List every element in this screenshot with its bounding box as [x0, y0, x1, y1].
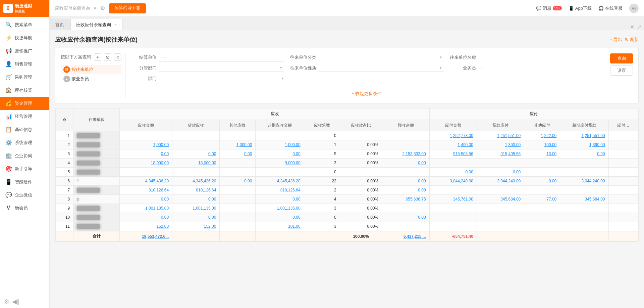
sidebar-item-sales[interactable]: 👤 销售管理: [0, 57, 49, 71]
cell-ap_loan[interactable]: [477, 186, 524, 195]
cell-ar_prepay[interactable]: 0.00: [382, 186, 429, 195]
cell-ap_loan[interactable]: [477, 213, 524, 222]
cell-ar_other[interactable]: [220, 131, 256, 140]
sidebar-item-system[interactable]: ⚙️ 系统管理: [0, 136, 49, 149]
cell-ap_amount[interactable]: 1,252,773.00: [429, 131, 477, 140]
cell-ap_overdue[interactable]: 1,251,551.00: [560, 131, 608, 140]
cell-ar_loan[interactable]: 4,345,436.20: [172, 177, 220, 186]
sidebar-item-marketing[interactable]: 📢 营销推广: [0, 44, 49, 57]
cell-ap_amount[interactable]: 345,761.00: [429, 195, 477, 204]
cell-ar_overdue[interactable]: 9,000.00: [256, 159, 304, 168]
trial-btn[interactable]: 体验行业方案: [109, 3, 146, 13]
cell-ar_other[interactable]: 0.00: [220, 149, 256, 159]
tab-close-icon[interactable]: ×: [114, 23, 117, 27]
settlement-unit-input[interactable]: ···: [159, 53, 284, 61]
cell-ar_other[interactable]: [220, 222, 256, 231]
sidebar-item-enterprise[interactable]: 🏢 企业协同: [0, 149, 49, 162]
cell-ar_loan[interactable]: 0.00: [172, 149, 220, 159]
cell-ap_loan[interactable]: 1,251,551.00: [477, 131, 524, 140]
scheme-by-salesperson[interactable]: ● 按业务员: [61, 74, 121, 84]
cell-ar_loan[interactable]: 18,000.00: [172, 159, 220, 168]
cell-ap_overdue[interactable]: 1,390.00: [560, 140, 608, 149]
cell-ap_overdue[interactable]: 3,044,240.00: [560, 177, 608, 186]
cell-ar_prepay[interactable]: 2,153,333.00: [382, 149, 429, 159]
cell-ap_loan[interactable]: 345,684.00: [477, 195, 524, 204]
dept-select[interactable]: ▾: [159, 64, 284, 72]
tab-home[interactable]: 首页: [50, 19, 70, 30]
collapse-sidebar-icon[interactable]: ◀‖: [12, 298, 20, 305]
cell-ap_loan[interactable]: 3,044,240.00: [477, 177, 524, 186]
cell-ar_overdue[interactable]: 0.00: [256, 213, 304, 222]
cell-ap_other[interactable]: 100.00: [524, 140, 560, 149]
query-btn[interactable]: 查询: [610, 53, 633, 63]
cell-ar_overdue[interactable]: 4,345,436.20: [256, 177, 304, 186]
footer-ar-prepay[interactable]: 6,417,215....: [382, 231, 429, 241]
cell-ap_loan[interactable]: [477, 204, 524, 213]
sidebar-item-operation[interactable]: 📊 经营管理: [0, 110, 49, 123]
cell-ap_amount[interactable]: [429, 159, 477, 168]
set-btn[interactable]: 设置: [610, 65, 633, 76]
cell-ar_amount[interactable]: 810,126.64: [120, 186, 172, 195]
cell-ap_other[interactable]: [524, 222, 560, 231]
app-download-btn[interactable]: 📱 App下载: [569, 5, 592, 11]
cell-ap_other[interactable]: 1,222.00: [524, 131, 560, 140]
salesperson-input[interactable]: ···: [479, 64, 603, 72]
cell-ar_prepay[interactable]: 0.00: [382, 177, 429, 186]
cell-ar_other[interactable]: [220, 159, 256, 168]
user-menu[interactable]: Rit: [629, 4, 639, 13]
table-scroll-area[interactable]: ⚙ 往来单位 应收 应付 应收金额 贷款应收 其他应收 超期应收金额 应收笔数 …: [55, 108, 638, 241]
cell-ar_loan[interactable]: 0.00: [172, 213, 220, 222]
cell-ar_prepay[interactable]: [382, 140, 429, 149]
cell-ar_loan[interactable]: 152.00: [172, 222, 220, 231]
cell-ar_amount[interactable]: 1,000.00: [120, 140, 172, 149]
partner-category-select[interactable]: ▾: [319, 54, 444, 61]
cell-ar_prepay[interactable]: [382, 131, 429, 140]
sidebar-item-purchase[interactable]: 🛒 采购管理: [0, 71, 49, 84]
cell-ap_overdue[interactable]: [560, 186, 608, 195]
cell-ar_amount[interactable]: 4,345,436.20: [120, 177, 172, 186]
cell-ar_prepay[interactable]: [382, 204, 429, 213]
cell-ap_amount[interactable]: [429, 204, 477, 213]
cell-ar_amount[interactable]: 1,001,135.00: [120, 204, 172, 213]
cell-ap_amount[interactable]: [429, 213, 477, 222]
cell-ar_overdue[interactable]: [256, 131, 304, 140]
cell-ar_loan[interactable]: [172, 168, 220, 177]
partner-name-input[interactable]: [479, 56, 603, 59]
table-settings-icon[interactable]: ⚙: [63, 118, 66, 122]
cell-ap_amount[interactable]: 3,044,240.00: [429, 177, 477, 186]
sidebar-item-wechat[interactable]: 💬 企业微信: [0, 188, 49, 202]
partner-nature-select[interactable]: ▾: [319, 64, 444, 72]
cell-ar_other[interactable]: [220, 213, 256, 222]
cell-ar_loan[interactable]: 810,126.64: [172, 186, 220, 195]
settings-bottom-icon[interactable]: ⚙: [4, 298, 9, 305]
cell-ap_loan[interactable]: 915,495.56: [477, 149, 524, 159]
cell-ap_other[interactable]: 0.00: [524, 177, 560, 186]
cell-ar_overdue[interactable]: 0.00: [256, 149, 304, 159]
cell-ar_amount[interactable]: [120, 168, 172, 177]
cell-ap_other[interactable]: [524, 204, 560, 213]
cell-ar_prepay[interactable]: 0.00: [382, 213, 429, 222]
footer-ar-amount[interactable]: 19,553,472,6...: [120, 231, 172, 241]
cell-ap_loan[interactable]: 1,390.00: [477, 140, 524, 149]
cell-ar_amount[interactable]: 18,000.00: [120, 159, 172, 168]
cell-ap_amount[interactable]: [429, 222, 477, 231]
cell-ar_other[interactable]: [220, 168, 256, 177]
cell-ap_overdue[interactable]: 345,684.00: [560, 195, 608, 204]
cell-ar_amount[interactable]: 0.00: [120, 213, 172, 222]
nav-dropdown-arrow[interactable]: ▾: [94, 6, 96, 11]
cell-ap_overdue[interactable]: [560, 213, 608, 222]
sidebar-item-inventory[interactable]: 🏠 库存核算: [0, 84, 49, 97]
online-service-btn[interactable]: 🎧 在线客服: [598, 5, 623, 11]
cell-ar_overdue[interactable]: 0.00: [256, 195, 304, 204]
cell-ar_other[interactable]: [220, 195, 256, 204]
cell-ap_other[interactable]: [524, 168, 560, 177]
cell-ar_amount[interactable]: 152.00: [120, 222, 172, 231]
cell-ar_loan[interactable]: 0.00: [172, 195, 220, 204]
header-gear-icon[interactable]: ⚙: [100, 5, 105, 11]
sidebar-item-vip[interactable]: V 畅会员: [0, 202, 49, 214]
cell-ar_overdue[interactable]: 101.00: [256, 222, 304, 231]
cell-ap_other[interactable]: [524, 213, 560, 222]
cell-ar_amount[interactable]: 0.00: [120, 149, 172, 159]
cell-ar_loan[interactable]: [172, 140, 220, 149]
sub-dept-select[interactable]: ▾: [159, 75, 286, 82]
